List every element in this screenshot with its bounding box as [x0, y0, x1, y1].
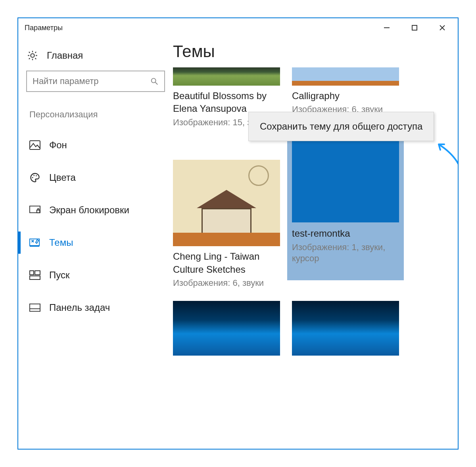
context-menu-save-theme[interactable]: Сохранить тему для общего доступа — [248, 112, 434, 141]
sidebar-item-label: Панель задач — [49, 302, 110, 313]
svg-point-7 — [32, 177, 33, 178]
svg-rect-14 — [30, 271, 34, 275]
svg-rect-13 — [30, 245, 39, 247]
theme-thumbnail — [173, 67, 280, 86]
svg-line-5 — [155, 82, 158, 85]
sidebar-item-themes[interactable]: Темы — [26, 228, 169, 257]
sidebar-item-label: Экран блокировки — [49, 205, 129, 216]
minimize-button[interactable] — [373, 19, 401, 36]
maximize-icon — [411, 25, 418, 31]
close-icon — [439, 24, 446, 31]
theme-card-chengling[interactable]: Cheng Ling - Taiwan Culture Sketches Изо… — [173, 136, 280, 289]
theme-thumbnail[interactable] — [292, 301, 399, 356]
palette-icon — [29, 172, 40, 183]
theme-card-calligraphy[interactable]: Calligraphy Изображения: 6, звуки — [292, 67, 399, 115]
theme-name: test-remontka — [287, 227, 404, 240]
gear-icon — [27, 50, 38, 61]
sidebar-item-start[interactable]: Пуск — [26, 261, 169, 289]
main-content: Темы Beautiful Blossoms by Elena Yansupo… — [169, 37, 458, 449]
svg-rect-1 — [412, 25, 417, 30]
sidebar-item-label: Темы — [49, 237, 73, 248]
sidebar-item-colors[interactable]: Цвета — [26, 163, 169, 192]
theme-thumbnail — [292, 67, 399, 86]
window-title: Параметры — [25, 24, 373, 32]
lockscreen-icon — [29, 205, 40, 216]
theme-name: Calligraphy — [292, 90, 399, 102]
theme-meta: Изображения: 1, звуки, курсор — [287, 242, 404, 264]
context-menu-label: Сохранить тему для общего доступа — [260, 121, 422, 132]
page-title: Темы — [173, 42, 458, 61]
svg-rect-17 — [30, 304, 40, 312]
search-icon — [150, 77, 159, 86]
close-button[interactable] — [428, 19, 456, 36]
home-label: Главная — [47, 50, 83, 61]
start-icon — [29, 270, 40, 281]
theme-thumbnail — [292, 136, 399, 222]
sidebar: Главная Персонализация Фон Цвета Э — [18, 37, 169, 449]
svg-point-4 — [152, 78, 156, 83]
search-input[interactable] — [33, 76, 150, 86]
section-label: Персонализация — [26, 106, 169, 131]
sidebar-item-label: Фон — [49, 140, 67, 151]
home-link[interactable]: Главная — [26, 46, 169, 71]
svg-rect-16 — [30, 276, 40, 279]
svg-rect-15 — [35, 271, 40, 275]
sidebar-item-label: Цвета — [49, 172, 76, 183]
theme-thumbnail — [173, 160, 280, 246]
theme-card-testremontka[interactable]: test-remontka Изображения: 1, звуки, кур… — [287, 131, 404, 280]
theme-name: Cheng Ling - Taiwan Culture Sketches — [173, 250, 280, 276]
svg-rect-11 — [37, 210, 40, 213]
theme-thumbnail[interactable] — [173, 301, 280, 356]
minimize-icon — [383, 24, 390, 31]
search-box[interactable] — [26, 71, 165, 92]
sidebar-item-lockscreen[interactable]: Экран блокировки — [26, 196, 169, 224]
theme-meta: Изображения: 6, звуки — [173, 278, 280, 289]
themes-icon — [29, 237, 40, 248]
maximize-button[interactable] — [401, 19, 428, 36]
sidebar-item-label: Пуск — [49, 270, 69, 281]
taskbar-icon — [29, 302, 40, 313]
svg-point-9 — [36, 175, 37, 176]
sidebar-item-background[interactable]: Фон — [26, 131, 169, 159]
sidebar-item-taskbar[interactable]: Панель задач — [26, 293, 169, 322]
titlebar: Параметры — [18, 18, 458, 37]
svg-point-8 — [33, 175, 35, 176]
image-icon — [29, 140, 40, 151]
